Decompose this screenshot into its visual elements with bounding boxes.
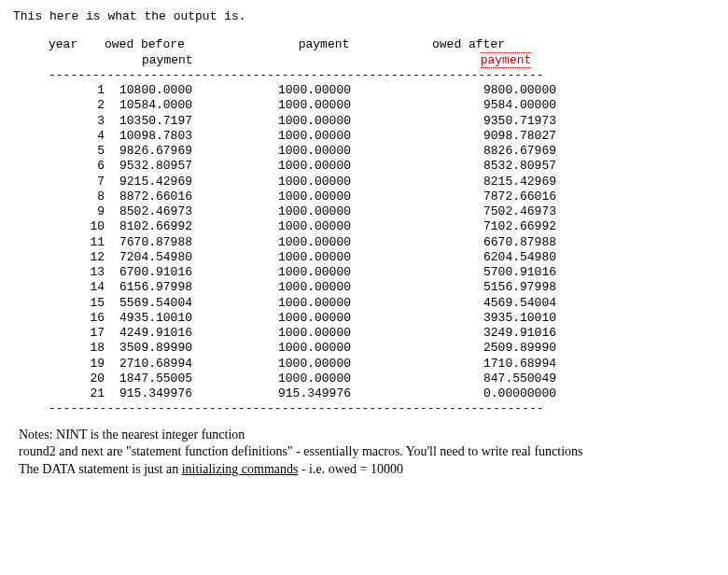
cell-payment: 1000.00000 xyxy=(241,311,437,326)
cell-owed-after: 3935.10010 xyxy=(437,311,642,326)
cell-payment: 1000.00000 xyxy=(241,372,437,386)
table-row: 174249.910161000.000003249.91016 xyxy=(49,326,715,341)
cell-payment: 1000.00000 xyxy=(241,159,437,174)
cell-owed-before: 10350.7197 xyxy=(119,114,241,129)
cell-owed-after: 7502.46973 xyxy=(437,204,642,219)
table-row: 164935.100101000.000003935.10010 xyxy=(49,311,715,326)
cell-owed-before: 7670.87988 xyxy=(119,235,241,250)
cell-owed-before: 8102.66992 xyxy=(119,219,241,234)
notes-line-2: round2 and next are "statement function … xyxy=(19,443,715,460)
cell-owed-before: 7204.54980 xyxy=(119,250,241,265)
notes-line-1: Notes: NINT is the nearest integer funct… xyxy=(19,427,715,443)
cell-year: 3 xyxy=(49,114,119,129)
cell-owed-before: 4249.91016 xyxy=(119,326,241,341)
cell-owed-before: 9826.67969 xyxy=(119,144,241,159)
cell-owed-after: 9098.78027 xyxy=(437,129,642,144)
table-row: 192710.689941000.000001710.68994 xyxy=(49,357,715,372)
cell-owed-before: 10800.0000 xyxy=(119,83,241,98)
table-row: 79215.429691000.000008215.42969 xyxy=(49,175,715,189)
notes-underlined: initializing commands xyxy=(182,462,299,476)
cell-owed-before: 2710.68994 xyxy=(119,357,241,372)
header-year: year xyxy=(49,37,105,52)
cell-payment: 915.349976 xyxy=(241,386,437,401)
cell-year: 18 xyxy=(49,341,119,356)
notes-line-3: The DATA statement is just an initializi… xyxy=(19,461,715,478)
cell-year: 10 xyxy=(49,219,119,234)
cell-year: 13 xyxy=(49,265,119,280)
table-row: 117670.879881000.000006670.87988 xyxy=(49,235,715,250)
cell-owed-before: 9215.42969 xyxy=(119,175,241,189)
notes-block: Notes: NINT is the nearest integer funct… xyxy=(19,427,715,478)
cell-payment: 1000.00000 xyxy=(241,296,437,311)
cell-payment: 1000.00000 xyxy=(241,326,437,341)
header-owed-before-l1: owed before xyxy=(105,37,254,52)
table-row: 136700.910161000.000005700.91016 xyxy=(49,265,715,280)
cell-payment: 1000.00000 xyxy=(241,98,437,113)
cell-owed-before: 6156.97998 xyxy=(119,280,241,295)
cell-year: 17 xyxy=(49,326,119,341)
cell-payment: 1000.00000 xyxy=(241,175,437,189)
cell-owed-after: 9800.00000 xyxy=(437,83,642,98)
cell-owed-after: 6670.87988 xyxy=(437,235,642,250)
cell-payment: 1000.00000 xyxy=(241,114,437,129)
cell-owed-after: 2509.89990 xyxy=(437,341,642,356)
cell-year: 11 xyxy=(49,235,119,250)
cell-payment: 1000.00000 xyxy=(241,83,437,98)
cell-owed-before: 10098.7803 xyxy=(119,129,241,144)
divider-bottom: ----------------------------------------… xyxy=(49,401,715,416)
cell-owed-after: 9350.71973 xyxy=(437,114,642,129)
data-table: 110800.00001000.000009800.00000210584.00… xyxy=(49,83,715,401)
table-row: 183509.899901000.000002509.89990 xyxy=(49,341,715,356)
table-row: 410098.78031000.000009098.78027 xyxy=(49,129,715,144)
cell-owed-after: 7872.66016 xyxy=(437,189,642,204)
cell-owed-before: 8872.66016 xyxy=(119,189,241,204)
table-row: 88872.660161000.000007872.66016 xyxy=(49,189,715,204)
table-header-row2: payment payment xyxy=(49,53,715,68)
table-row: 21915.349976915.3499760.00000000 xyxy=(49,386,715,401)
cell-year: 1 xyxy=(49,83,119,98)
cell-payment: 1000.00000 xyxy=(241,235,437,250)
cell-payment: 1000.00000 xyxy=(241,250,437,265)
cell-owed-before: 3509.89990 xyxy=(119,341,241,356)
table-row: 108102.669921000.000007102.66992 xyxy=(49,219,715,234)
cell-year: 15 xyxy=(49,296,119,311)
table-row: 98502.469731000.000007502.46973 xyxy=(49,204,715,219)
cell-owed-after: 5700.91016 xyxy=(437,265,642,280)
header-owed-after-l2: payment xyxy=(431,53,581,68)
cell-owed-after: 847.550049 xyxy=(437,372,642,386)
table-row: 210584.00001000.000009584.00000 xyxy=(49,98,715,113)
cell-year: 14 xyxy=(49,280,119,295)
intro-text: This here is what the output is. xyxy=(13,9,715,24)
cell-payment: 1000.00000 xyxy=(241,189,437,204)
cell-owed-before: 9532.80957 xyxy=(119,159,241,174)
cell-owed-after: 6204.54980 xyxy=(437,250,642,265)
cell-owed-before: 915.349976 xyxy=(119,386,241,401)
cell-payment: 1000.00000 xyxy=(241,341,437,356)
cell-payment: 1000.00000 xyxy=(241,144,437,159)
cell-year: 6 xyxy=(49,159,119,174)
cell-payment: 1000.00000 xyxy=(241,129,437,144)
cell-owed-before: 4935.10010 xyxy=(119,311,241,326)
cell-year: 9 xyxy=(49,204,119,219)
cell-year: 7 xyxy=(49,175,119,189)
table-row: 69532.809571000.000008532.80957 xyxy=(49,159,715,174)
cell-owed-before: 10584.0000 xyxy=(119,98,241,113)
cell-owed-after: 8826.67969 xyxy=(437,144,642,159)
cell-owed-after: 7102.66992 xyxy=(437,219,642,234)
table-row: 310350.71971000.000009350.71973 xyxy=(49,114,715,129)
header-owed-before-l2: payment xyxy=(105,53,291,68)
cell-year: 2 xyxy=(49,98,119,113)
cell-year: 21 xyxy=(49,386,119,401)
cell-payment: 1000.00000 xyxy=(241,280,437,295)
cell-owed-after: 9584.00000 xyxy=(437,98,642,113)
cell-year: 19 xyxy=(49,357,119,372)
divider-top: ----------------------------------------… xyxy=(49,68,715,83)
cell-owed-after: 3249.91016 xyxy=(437,326,642,341)
cell-year: 12 xyxy=(49,250,119,265)
table-row: 110800.00001000.000009800.00000 xyxy=(49,83,715,98)
cell-payment: 1000.00000 xyxy=(241,219,437,234)
cell-year: 16 xyxy=(49,311,119,326)
cell-owed-before: 5569.54004 xyxy=(119,296,241,311)
header-owed-after-l1: owed after xyxy=(394,37,543,52)
cell-payment: 1000.00000 xyxy=(241,357,437,372)
